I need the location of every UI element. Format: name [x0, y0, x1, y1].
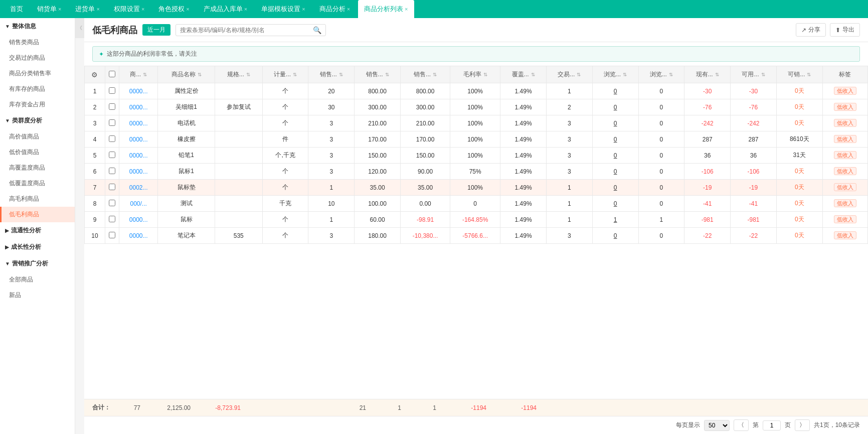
- nav-close-product-analysis[interactable]: ×: [347, 6, 350, 12]
- row-name: 鼠标垫: [158, 180, 215, 196]
- nav-close-permissions[interactable]: ×: [141, 6, 144, 12]
- row-checkbox[interactable]: [109, 135, 115, 142]
- col-code[interactable]: 商...⇅: [119, 66, 157, 83]
- nav-close-template[interactable]: ×: [302, 6, 305, 12]
- col-current-stock[interactable]: 现有...⇅: [684, 66, 731, 83]
- col-name[interactable]: 商品名称⇅: [158, 66, 215, 83]
- col-browse1[interactable]: 浏览...⇅: [592, 66, 638, 83]
- search-box: 🔍: [176, 24, 326, 36]
- row-sales-qty: 3: [308, 164, 355, 180]
- table-row: 2 0000... 吴细细1 参加复试 个 30 300.00 300.00 1…: [85, 99, 868, 115]
- time-filter-button[interactable]: 近一月: [142, 24, 170, 36]
- row-checkbox[interactable]: [109, 232, 115, 238]
- col-available[interactable]: 可用...⇅: [731, 66, 777, 83]
- col-tag[interactable]: 标签: [822, 66, 867, 83]
- row-browse1[interactable]: 0: [592, 164, 638, 180]
- row-browse1[interactable]: 0: [592, 83, 638, 99]
- export-button[interactable]: ⬆ 导出: [830, 23, 860, 37]
- col-spec[interactable]: 规格...⇅: [215, 66, 262, 83]
- col-unit[interactable]: 计量...⇅: [262, 66, 308, 83]
- col-gear[interactable]: ⚙: [85, 66, 105, 83]
- row-checkbox[interactable]: [109, 216, 115, 222]
- nav-item-sales[interactable]: 销货单 ×: [31, 0, 67, 18]
- select-all-checkbox[interactable]: [109, 71, 115, 77]
- row-coverage: 1.49%: [500, 196, 547, 212]
- row-checkbox[interactable]: [109, 168, 115, 174]
- col-trade[interactable]: 交易...⇅: [546, 66, 592, 83]
- sidebar-group-flow[interactable]: ▶ 流通性分析: [0, 222, 75, 239]
- col-sales-cost[interactable]: 销售...⇅: [401, 66, 450, 83]
- col-sellable[interactable]: 可销...⇅: [776, 66, 822, 83]
- sidebar-item-category-rate[interactable]: 商品分类销售率: [0, 66, 75, 81]
- nav-close-product-entry[interactable]: ×: [244, 6, 247, 12]
- row-checkbox[interactable]: [109, 119, 115, 126]
- sidebar-item-traded-products[interactable]: 交易过的商品: [0, 50, 75, 66]
- nav-item-permissions[interactable]: 权限设置 ×: [108, 0, 150, 18]
- sidebar-item-high-value[interactable]: 高价值商品: [0, 129, 75, 144]
- page-number-input[interactable]: [763, 420, 781, 430]
- nav-item-template[interactable]: 单据模板设置 ×: [255, 0, 311, 18]
- page-size-select[interactable]: 50 100 200: [704, 420, 730, 431]
- nav-close-product-analysis-list[interactable]: ×: [405, 6, 408, 12]
- sidebar-group-marketing[interactable]: ▼ 营销推广分析: [0, 255, 75, 272]
- sidebar-item-stock-products[interactable]: 有库存的商品: [0, 81, 75, 97]
- gear-icon[interactable]: ⚙: [91, 71, 98, 79]
- sidebar-group-overview[interactable]: ▼ 整体信息: [0, 18, 75, 35]
- page-label: 第: [753, 421, 759, 429]
- col-sales-price[interactable]: 销售...⇅: [355, 66, 401, 83]
- sidebar-item-low-margin[interactable]: 低毛利商品: [0, 207, 75, 222]
- row-checkbox[interactable]: [109, 87, 115, 94]
- search-icon[interactable]: 🔍: [313, 26, 321, 34]
- table-row: 1 0000... 属性定价 个 20 800.00 800.00 100% 1…: [85, 83, 868, 99]
- row-gross-margin: 75%: [450, 164, 500, 180]
- row-browse1[interactable]: 0: [592, 148, 638, 164]
- tag-badge: 低收入: [834, 167, 856, 175]
- row-trade-count: 1: [546, 196, 592, 212]
- sidebar-collapse-button[interactable]: 《: [75, 18, 84, 38]
- col-coverage[interactable]: 覆盖...⇅: [500, 66, 547, 83]
- sidebar-group-growth[interactable]: ▶ 成长性分析: [0, 239, 75, 255]
- prev-page-button[interactable]: 〈: [734, 419, 749, 431]
- row-browse1[interactable]: 0: [592, 228, 638, 244]
- nav-close-roles[interactable]: ×: [186, 6, 189, 12]
- notice-icon: ✦: [99, 51, 104, 58]
- sidebar-item-all-products[interactable]: 全部商品: [0, 272, 75, 287]
- group-arrow-flow: ▶: [5, 228, 9, 233]
- share-button[interactable]: ↗ 分享: [796, 23, 826, 37]
- row-browse1[interactable]: 0: [592, 196, 638, 212]
- row-gross-margin: -5766.6...: [450, 228, 500, 244]
- row-checkbox[interactable]: [109, 200, 115, 206]
- nav-item-product-analysis-list[interactable]: 商品分析列表 ×: [358, 0, 414, 18]
- row-checkbox[interactable]: [109, 103, 115, 110]
- nav-item-purchase[interactable]: 进货单 ×: [69, 0, 105, 18]
- row-gross-margin: 0: [450, 196, 500, 212]
- col-sales-qty[interactable]: 销售...⇅: [308, 66, 355, 83]
- top-nav: 首页 销货单 × 进货单 × 权限设置 × 角色授权 × 产成品入库单 × 单据…: [0, 0, 868, 18]
- sidebar-item-low-value[interactable]: 低价值商品: [0, 144, 75, 160]
- row-browse1[interactable]: 0: [592, 115, 638, 131]
- row-checkbox[interactable]: [109, 152, 115, 158]
- row-browse1[interactable]: 1: [592, 212, 638, 228]
- nav-item-roles[interactable]: 角色授权 ×: [152, 0, 195, 18]
- row-browse1[interactable]: 0: [592, 180, 638, 196]
- row-browse1[interactable]: 0: [592, 99, 638, 115]
- row-browse1[interactable]: 0: [592, 131, 638, 148]
- nav-close-sales[interactable]: ×: [58, 6, 61, 12]
- sidebar-item-low-coverage[interactable]: 低覆盖度商品: [0, 176, 75, 191]
- sidebar-item-high-coverage[interactable]: 高覆盖度商品: [0, 160, 75, 176]
- nav-item-product-analysis[interactable]: 商品分析 ×: [313, 0, 356, 18]
- col-browse2[interactable]: 浏览...⇅: [638, 66, 684, 83]
- next-page-button[interactable]: 〉: [795, 419, 810, 431]
- sort-icon-coverage: ⇅: [531, 72, 535, 77]
- sidebar-item-sales-products[interactable]: 销售类商品: [0, 35, 75, 50]
- nav-item-product-entry[interactable]: 产成品入库单 ×: [198, 0, 253, 18]
- col-gross-margin[interactable]: 毛利率⇅: [450, 66, 500, 83]
- sidebar-item-stock-capital[interactable]: 库存资金占用: [0, 97, 75, 112]
- sidebar-item-new-products[interactable]: 新品: [0, 287, 75, 303]
- nav-item-home[interactable]: 首页: [4, 0, 29, 18]
- nav-close-purchase[interactable]: ×: [96, 6, 99, 12]
- sidebar-group-cluster[interactable]: ▼ 类群度分析: [0, 112, 75, 129]
- row-checkbox[interactable]: [109, 184, 115, 190]
- sidebar-item-high-margin[interactable]: 高毛利商品: [0, 191, 75, 207]
- search-input[interactable]: [180, 27, 313, 34]
